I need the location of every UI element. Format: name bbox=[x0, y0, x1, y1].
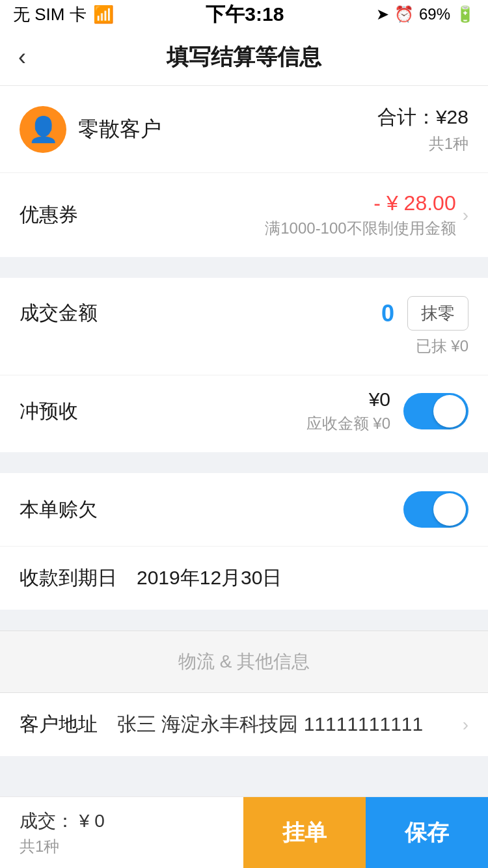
prepay-label: 冲预收 bbox=[20, 398, 78, 425]
battery-label: 69% bbox=[419, 5, 450, 23]
amount-value[interactable]: 0 bbox=[381, 300, 394, 327]
round-off-button[interactable]: 抹零 bbox=[407, 296, 468, 331]
bottom-bar: 成交： ¥ 0 共1种 挂单 保存 bbox=[0, 796, 488, 868]
deal-label: 成交： bbox=[20, 811, 74, 831]
bottom-count: 共1种 bbox=[20, 836, 224, 857]
amount-section: 成交金额 0 抹零 已抹 ¥0 冲预收 ¥0 应收金额 ¥0 bbox=[0, 278, 488, 452]
amount-label: 成交金额 bbox=[20, 300, 98, 327]
section-divider-3 bbox=[0, 620, 488, 631]
coupon-desc: 满1000-100不限制使用金额 bbox=[265, 218, 455, 239]
back-button[interactable]: ‹ bbox=[18, 44, 26, 71]
battery-icon: 🔋 bbox=[455, 5, 475, 23]
status-time: 下午3:18 bbox=[206, 1, 284, 28]
customer-name: 零散客户 bbox=[78, 115, 161, 144]
prepay-sub: 应收金额 ¥0 bbox=[306, 413, 390, 434]
duedate-section: 收款到期日 2019年12月30日 bbox=[0, 546, 488, 610]
save-button[interactable]: 保存 bbox=[366, 797, 488, 869]
address-value: 张三 海淀永丰科技园 11111111111 bbox=[117, 711, 423, 738]
page-title: 填写结算等信息 bbox=[167, 42, 321, 72]
alarm-icon: ⏰ bbox=[394, 5, 414, 23]
address-section[interactable]: 客户地址 张三 海淀永丰科技园 11111111111 › bbox=[0, 693, 488, 756]
customer-section: 👤 零散客户 合计：¥28 共1种 优惠券 - ¥ 28.00 满1000-10… bbox=[0, 86, 488, 257]
debt-section: 本单赊欠 收款到期日 2019年12月30日 bbox=[0, 473, 488, 610]
prepay-section: 冲预收 ¥0 应收金额 ¥0 bbox=[0, 375, 488, 452]
status-bar: 无 SIM 卡 📶 下午3:18 ➤ ⏰ 69% 🔋 bbox=[0, 0, 488, 29]
status-right: ➤ ⏰ 69% 🔋 bbox=[376, 5, 475, 23]
coupon-amount: - ¥ 28.00 bbox=[265, 191, 455, 215]
customer-total: 合计：¥28 bbox=[377, 104, 468, 131]
logistics-section: 物流 & 其他信息 bbox=[0, 631, 488, 693]
debt-toggle[interactable] bbox=[403, 491, 468, 528]
customer-left: 👤 零散客户 bbox=[20, 106, 161, 153]
main-content: 👤 零散客户 合计：¥28 共1种 优惠券 - ¥ 28.00 满1000-10… bbox=[0, 86, 488, 834]
avatar-icon: 👤 bbox=[28, 115, 59, 144]
coupon-label: 优惠券 bbox=[20, 202, 78, 228]
bottom-deal: 成交： ¥ 0 bbox=[20, 809, 224, 834]
debt-label: 本单赊欠 bbox=[20, 496, 98, 523]
duedate-label: 收款到期日 bbox=[20, 565, 117, 591]
address-label: 客户地址 bbox=[20, 711, 98, 738]
amount-row: 成交金额 0 抹零 bbox=[20, 296, 468, 331]
wifi-icon: 📶 bbox=[93, 5, 114, 25]
location-icon: ➤ bbox=[376, 5, 389, 23]
prepay-main: ¥0 bbox=[306, 388, 390, 411]
coupon-right: - ¥ 28.00 满1000-100不限制使用金额 › bbox=[265, 191, 468, 239]
prepay-row: 冲预收 ¥0 应收金额 ¥0 bbox=[20, 388, 468, 434]
toggle-thumb bbox=[433, 395, 466, 427]
bottom-summary: 成交： ¥ 0 共1种 bbox=[0, 809, 243, 857]
nav-bar: ‹ 填写结算等信息 bbox=[0, 29, 488, 86]
customer-row: 👤 零散客户 合计：¥28 共1种 bbox=[0, 86, 488, 172]
coupon-value: - ¥ 28.00 满1000-100不限制使用金额 bbox=[265, 191, 455, 239]
duedate-value[interactable]: 2019年12月30日 bbox=[137, 565, 282, 591]
section-divider bbox=[0, 267, 488, 278]
debt-toggle-thumb bbox=[433, 493, 466, 526]
address-left: 客户地址 张三 海淀永丰科技园 11111111111 bbox=[20, 711, 423, 738]
sim-label: 无 SIM 卡 bbox=[13, 3, 87, 26]
amount-right: 0 抹零 bbox=[381, 296, 468, 331]
prepay-right: ¥0 应收金额 ¥0 bbox=[306, 388, 468, 434]
address-chevron-icon: › bbox=[463, 714, 468, 735]
deal-value: ¥ 0 bbox=[79, 811, 105, 831]
pending-button[interactable]: 挂单 bbox=[243, 797, 366, 869]
chevron-right-icon: › bbox=[463, 205, 468, 226]
avatar: 👤 bbox=[20, 106, 66, 153]
amount-content: 成交金额 0 抹零 已抹 ¥0 bbox=[0, 278, 488, 375]
customer-right: 合计：¥28 共1种 bbox=[377, 104, 468, 154]
coupon-row[interactable]: 优惠券 - ¥ 28.00 满1000-100不限制使用金额 › bbox=[0, 172, 488, 257]
debt-content: 本单赊欠 bbox=[0, 473, 488, 546]
prepay-amount-col: ¥0 应收金额 ¥0 bbox=[306, 388, 390, 434]
status-left: 无 SIM 卡 📶 bbox=[13, 3, 114, 26]
customer-count: 共1种 bbox=[377, 133, 468, 154]
duedate-row: 收款到期日 2019年12月30日 bbox=[20, 547, 468, 591]
prepay-toggle[interactable] bbox=[403, 393, 468, 429]
section-divider-2 bbox=[0, 463, 488, 473]
amount-sub: 已抹 ¥0 bbox=[20, 336, 468, 357]
logistics-title: 物流 & 其他信息 bbox=[178, 651, 310, 671]
